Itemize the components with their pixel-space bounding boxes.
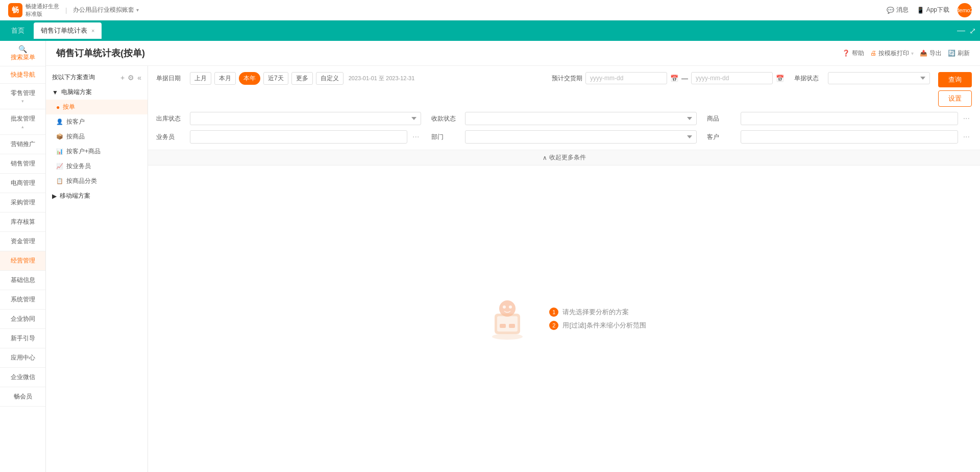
salesperson-input[interactable]	[190, 130, 407, 144]
product-icon: 📦	[56, 133, 63, 140]
tab-home[interactable]: 首页	[4, 22, 32, 39]
expected-date-label: 预计交货期	[552, 74, 582, 83]
tip-1: 1 请先选择要分析的方案	[549, 308, 646, 317]
app-download-btn[interactable]: 📱 App下载	[917, 6, 949, 14]
sidebar-item-system[interactable]: 系统管理	[0, 290, 45, 310]
sidebar-item-wholesale[interactable]: 批发管理 ▴	[0, 109, 45, 135]
breadcrumb-dropdown-icon[interactable]: ▾	[136, 7, 139, 13]
salesperson-more-icon[interactable]: ···	[410, 132, 421, 141]
expected-date-from-input[interactable]	[585, 72, 667, 84]
scheme-by-customer[interactable]: 👤 按客户	[46, 114, 148, 129]
sidebar-item-purchase[interactable]: 采购管理	[0, 193, 45, 213]
breadcrumb-sep: |	[65, 6, 67, 14]
calendar-to-icon[interactable]: 📅	[776, 75, 784, 82]
sidebar-quick-nav[interactable]: 快捷导航	[0, 66, 45, 84]
pc-section[interactable]: ▼ 电脑端方案	[46, 85, 148, 100]
tab-close-icon[interactable]: ×	[91, 28, 94, 34]
calendar-from-icon[interactable]: 📅	[670, 75, 678, 82]
logo-text: 畅捷通好生意 标准版	[26, 3, 59, 17]
query-button[interactable]: 查询	[938, 72, 972, 87]
mobile-section[interactable]: ▶ 移动端方案	[46, 188, 148, 203]
department-label: 部门	[431, 133, 462, 141]
print-icon: 🖨	[870, 50, 876, 57]
bill-status-select[interactable]	[828, 72, 930, 84]
sidebar-item-appcenter[interactable]: 应用中心	[0, 348, 45, 368]
tab-bar-actions: — ⤢	[957, 26, 976, 36]
tab-sales-order-stats[interactable]: 销售订单统计表 ×	[34, 22, 102, 39]
template-print-btn[interactable]: 🖨 按模板打印 ▾	[870, 49, 914, 58]
sidebar: 🔍 搜索菜单 快捷导航 零售管理 ▾ 批发管理 ▴ 营销推广 销售管理 电商管理…	[0, 41, 46, 472]
scheme-by-product[interactable]: 📦 按商品	[46, 129, 148, 144]
expected-date-to-input[interactable]	[691, 72, 773, 84]
top-bar-right: 💬 消息 📱 App下载 demo2	[887, 3, 972, 17]
collapse-panel-btn[interactable]: «	[137, 74, 141, 82]
panel-header: 按以下方案查询 + ⚙ «	[46, 70, 148, 85]
customer-more-icon[interactable]: ···	[961, 132, 972, 141]
svg-point-4	[503, 305, 506, 309]
sidebar-item-retail[interactable]: 零售管理 ▾	[0, 84, 45, 109]
refresh-icon: 🔄	[948, 50, 955, 57]
this-month-btn[interactable]: 本月	[214, 72, 236, 85]
refresh-btn[interactable]: 🔄 刷新	[948, 49, 970, 58]
goods-input[interactable]	[741, 112, 958, 125]
sidebar-item-marketing[interactable]: 营销推广	[0, 135, 45, 154]
sidebar-item-basic[interactable]: 基础信息	[0, 271, 45, 290]
settings-scheme-btn[interactable]: ⚙	[128, 74, 134, 82]
empty-illustration	[482, 293, 533, 344]
receipt-status-label: 收款状态	[431, 114, 462, 123]
sidebar-item-sales[interactable]: 销售管理	[0, 154, 45, 174]
this-year-btn[interactable]: 本年	[239, 72, 260, 85]
header-actions: ❓ 帮助 🖨 按模板打印 ▾ 📤 导出 🔄 刷新	[842, 49, 970, 64]
tree-collapsed-icon: ▶	[52, 193, 57, 200]
last7days-btn[interactable]: 近7天	[263, 72, 288, 85]
scheme-by-customer-product[interactable]: 📊 按客户+商品	[46, 144, 148, 159]
top-bar: 畅 畅捷通好生意 标准版 | 办公用品行业模拟账套 ▾ 💬 消息 📱 App下载…	[0, 0, 980, 20]
product-category-icon: 📋	[56, 178, 63, 184]
receipt-status-select[interactable]	[465, 112, 696, 125]
tab-minimize-icon[interactable]: —	[957, 26, 965, 35]
sidebar-item-finance[interactable]: 资金管理	[0, 232, 45, 251]
content-area: 销售订单统计表(按单) ❓ 帮助 🖨 按模板打印 ▾ 📤 导出 🔄 刷新	[46, 41, 980, 472]
svg-point-0	[492, 334, 523, 340]
export-btn[interactable]: 📤 导出	[920, 49, 942, 58]
custom-date-btn[interactable]: 自定义	[316, 72, 344, 85]
avatar[interactable]: demo2	[958, 3, 972, 17]
settings-button[interactable]: 设置	[938, 90, 972, 107]
sidebar-item-ecommerce[interactable]: 电商管理	[0, 174, 45, 193]
sidebar-item-enterprise[interactable]: 企业协同	[0, 310, 45, 329]
tip-2: 2 用[过滤]条件来缩小分析范围	[549, 321, 646, 330]
filter-section: 单据日期 上月 本月 本年 近7天 更多 自定义 2023-01-01 至 20…	[148, 66, 980, 150]
empty-state: 1 请先选择要分析的方案 2 用[过滤]条件来缩小分析范围	[148, 166, 980, 472]
svg-rect-7	[509, 324, 515, 328]
collapse-icon: ∧	[543, 154, 547, 161]
tip-2-num: 2	[549, 321, 558, 330]
more-date-btn[interactable]: 更多	[291, 72, 313, 85]
date-range-dash: —	[681, 75, 688, 82]
message-btn[interactable]: 💬 消息	[887, 6, 909, 14]
sidebar-item-member[interactable]: 畅会员	[0, 387, 45, 407]
date-range-display: 2023-01-01 至 2023-12-31	[349, 75, 415, 82]
department-select[interactable]	[465, 130, 696, 144]
empty-tips: 1 请先选择要分析的方案 2 用[过滤]条件来缩小分析范围	[549, 308, 646, 330]
delivery-status-select[interactable]	[190, 112, 421, 125]
customer-input[interactable]	[741, 130, 958, 144]
salesperson-icon: 📈	[56, 163, 63, 170]
scheme-by-salesperson[interactable]: 📈 按业务员	[46, 159, 148, 174]
sidebar-item-inventory[interactable]: 库存核算	[0, 213, 45, 232]
sidebar-search[interactable]: 🔍 搜索菜单	[0, 41, 45, 66]
last-month-btn[interactable]: 上月	[190, 72, 211, 85]
breadcrumb[interactable]: 办公用品行业模拟账套 ▾	[73, 6, 139, 14]
left-panel: 按以下方案查询 + ⚙ « ▼ 电脑端方案 ● 按单 👤	[46, 66, 148, 472]
scheme-by-product-category[interactable]: 📋 按商品分类	[46, 174, 148, 188]
svg-rect-6	[500, 324, 506, 328]
help-btn[interactable]: ❓ 帮助	[842, 49, 864, 58]
add-scheme-btn[interactable]: +	[120, 74, 125, 82]
scheme-by-order[interactable]: ● 按单	[46, 100, 148, 114]
sidebar-item-operations[interactable]: 经营管理	[0, 251, 45, 271]
sidebar-item-newuser[interactable]: 新手引导	[0, 329, 45, 348]
collapse-bar[interactable]: ∧ 收起更多条件	[148, 150, 980, 166]
delivery-status-label: 出库状态	[156, 114, 187, 123]
sidebar-item-corpwechat[interactable]: 企业微信	[0, 368, 45, 387]
goods-more-icon[interactable]: ···	[961, 114, 972, 123]
tab-maximize-icon[interactable]: ⤢	[969, 26, 976, 36]
